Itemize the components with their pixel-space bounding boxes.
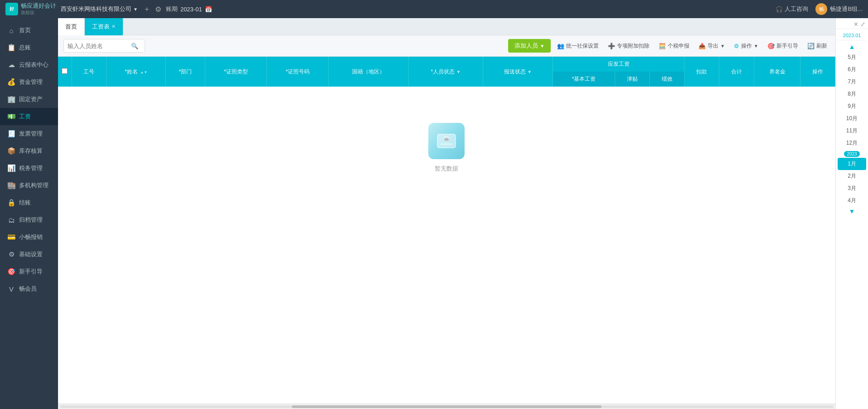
month-item-12[interactable]: 12月 [838,137,866,149]
member-icon: V [7,285,15,293]
sidebar-item-label: 归档管理 [19,216,43,224]
date-panel-up-nav[interactable]: ▲ [849,42,855,51]
th-operations: 操作 [800,57,835,87]
sidebar-item-member[interactable]: V 畅会员 [0,280,58,297]
empty-state-row: 🤖 暂无数据 [58,87,835,209]
sidebar-item-multi[interactable]: 🏬 多机构管理 [0,177,58,194]
table-wrap: 工号 *姓名 ▲▼ *部门 *证照类型 *证照号码 国籍（地区） *人员状态 ▼ [58,57,835,404]
refresh-label: 刷新 [816,42,827,50]
select-all-checkbox[interactable] [62,68,68,74]
tab-home[interactable]: 首页 [58,18,85,35]
sidebar-item-label: 结账 [19,199,31,207]
operations-arrow-icon: ▼ [754,44,758,49]
logo-area: 好 畅应通好会计 旗舰版 [5,2,56,16]
guide-icon: 🎯 [7,268,15,276]
period-area: 账期 2023-01 📅 [166,5,212,13]
operations-button[interactable]: ⚙ 操作 ▼ [731,39,761,53]
th-dept: *部门 [165,57,205,87]
special-deduct-label: 专项附加扣除 [617,42,650,50]
month-item-9[interactable]: 9月 [838,100,866,112]
status-filter-icon[interactable]: ▼ [456,69,461,74]
month-item-7[interactable]: 7月 [838,76,866,88]
name-sort-icon[interactable]: ▲▼ [140,71,147,74]
th-checkbox[interactable] [58,57,72,87]
social-settings-button[interactable]: 👥 统一社保设置 [554,39,601,53]
th-status: *人员状态 ▼ [409,57,483,87]
th-deduct: 扣款 [684,57,719,87]
month-item-4[interactable]: 4月 [838,195,866,207]
sidebar-item-basic[interactable]: ⚙ 基础设置 [0,246,58,263]
sidebar-item-home[interactable]: ⌂ 首页 [0,22,58,39]
sidebar-item-fund[interactable]: 💰 资金管理 [0,73,58,91]
sidebar-item-expense[interactable]: 💳 小畅报销 [0,229,58,246]
date-year-badge: 2023 [844,151,859,157]
search-input-wrap[interactable]: 🔍 [63,39,145,53]
new-guide-button[interactable]: 🎯 新手引导 [765,39,801,53]
top-bar: 好 畅应通好会计 旗舰版 西安虾米网络科技有限公司 ▼ ＋ ⚙ 账期 2023-… [0,0,868,18]
tab-home-label: 首页 [65,23,77,31]
settings-button[interactable]: ⚙ [155,5,161,14]
month-item-3[interactable]: 3月 [838,182,866,195]
month-item-2[interactable]: 2月 [838,170,866,182]
ledger-icon: 📋 [7,44,15,52]
month-item-10[interactable]: 10月 [838,112,866,125]
th-nation: 国籍（地区） [329,57,409,87]
company-dropdown-icon[interactable]: ▼ [133,7,138,12]
add-button[interactable]: ＋ [143,5,150,14]
tab-salary-label: 工资表 [92,23,110,31]
multi-icon: 🏬 [7,181,15,190]
sidebar-item-inventory[interactable]: 📦 库存核算 [0,142,58,160]
inventory-icon: 📦 [7,147,15,155]
archive-icon: 🗂 [7,216,15,224]
refresh-button[interactable]: 🔄 刷新 [805,39,830,53]
export-arrow-icon: ▼ [720,44,725,49]
sidebar-item-report[interactable]: ☁ 云报表中心 [0,56,58,73]
sidebar-item-salary[interactable]: 💵 工资 [0,108,58,125]
tab-salary-table[interactable]: 工资表 ✕ [85,18,123,35]
logo-text: 畅应通好会计 [21,2,56,10]
service-button[interactable]: 🎧 人工咨询 [776,5,808,13]
sidebar-item-invoice[interactable]: 🧾 发票管理 [0,125,58,142]
sidebar-item-close[interactable]: 🔒 结账 [0,194,58,211]
h-scrollbar[interactable] [58,404,835,409]
sidebar-item-assets[interactable]: 🏢 固定资产 [0,91,58,108]
month-item-5[interactable]: 5月 [838,51,866,63]
date-panel-expand-icon[interactable]: ⤢ [860,21,865,28]
top-bar-right: 🎧 人工咨询 畅 畅捷通B组... [776,3,863,15]
date-panel-close-icon[interactable]: ✕ [853,21,858,28]
personal-tax-button[interactable]: 🧮 个税申报 [656,39,692,53]
add-person-button[interactable]: 添加人员 ▼ [508,39,551,53]
special-deduct-button[interactable]: ➕ 专项附加扣除 [605,39,652,53]
sidebar-item-tax[interactable]: 📊 税务管理 [0,160,58,177]
sidebar-item-guide[interactable]: 🎯 新手引导 [0,263,58,280]
sidebar-item-ledger[interactable]: 📋 总账 [0,39,58,56]
sidebar-item-label: 资金管理 [19,78,43,86]
top-bar-actions: ＋ ⚙ [143,5,161,14]
sidebar-item-label: 基础设置 [19,250,43,258]
month-item-11[interactable]: 11月 [838,125,866,137]
sidebar-item-archive[interactable]: 🗂 归档管理 [0,211,58,229]
th-total: 合计 [719,57,754,87]
report-status-filter-icon[interactable]: ▼ [527,69,532,74]
th-name: *姓名 ▲▼ [107,57,166,87]
sidebar-item-label: 云报表中心 [19,61,48,69]
expense-icon: 💳 [7,233,15,241]
month-item-6[interactable]: 6月 [838,63,866,76]
month-item-1-active[interactable]: 1月 [838,158,866,170]
home-icon: ⌂ [7,27,15,34]
user-area[interactable]: 畅 畅捷通B组... [815,3,863,15]
search-input[interactable] [68,43,131,49]
tab-close-icon[interactable]: ✕ [112,24,116,29]
cloud-icon: ☁ [7,61,15,69]
date-panel-period-header: 2023.01 [838,31,866,40]
export-button[interactable]: 📤 导出 ▼ [696,39,727,53]
service-label: 人工咨询 [785,5,808,13]
month-item-8[interactable]: 8月 [838,88,866,100]
company-selector[interactable]: 西安虾米网络科技有限公司 ▼ [61,5,138,13]
user-name: 畅捷通B组... [830,5,863,13]
date-panel-down-nav[interactable]: ▼ [849,207,855,216]
scrollbar-thumb[interactable] [292,405,601,408]
calendar-icon[interactable]: 📅 [205,6,212,13]
tax-icon: 📊 [7,164,15,172]
th-allowance: 津贴 [615,72,650,87]
